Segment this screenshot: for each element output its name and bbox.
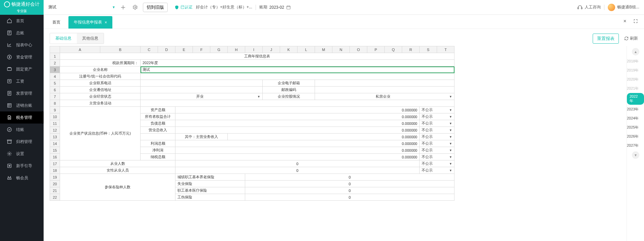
fullscreen-icon[interactable] bbox=[632, 17, 639, 25]
email-input[interactable] bbox=[315, 80, 454, 87]
gear-icon[interactable] bbox=[131, 3, 140, 12]
col-header-D[interactable]: D bbox=[158, 46, 175, 53]
col-header-R[interactable]: R bbox=[402, 46, 420, 53]
user-menu[interactable]: 畅捷通B组... bbox=[608, 4, 639, 11]
sidebar-item-member[interactable]: 畅会员 bbox=[0, 172, 44, 184]
row-header-10[interactable]: 10 bbox=[50, 113, 60, 120]
row-header-20[interactable]: 20 bbox=[50, 181, 60, 187]
sidebar-item-invoice[interactable]: 发票管理 bbox=[0, 87, 44, 99]
row-header-12[interactable]: 12 bbox=[50, 127, 60, 134]
col-header-M[interactable]: M bbox=[315, 46, 332, 53]
row-header-8[interactable]: 8 bbox=[50, 100, 60, 107]
value-cell[interactable]: 0.000000 bbox=[175, 147, 420, 154]
col-header-T[interactable]: T bbox=[437, 46, 454, 53]
col-header-K[interactable]: K bbox=[280, 46, 298, 53]
year-up-icon[interactable]: ▴ bbox=[632, 48, 639, 55]
col-header-I[interactable]: I bbox=[245, 46, 263, 53]
col-header-F[interactable]: F bbox=[193, 46, 210, 53]
reg-no-input[interactable] bbox=[141, 73, 454, 80]
spreadsheet-scroll[interactable]: ABCDEFGHIJKLMNOPQRST1工商年报信息表2税款所属期间：2022… bbox=[44, 46, 627, 241]
holding-select[interactable]: 私营企业▼ bbox=[315, 93, 454, 100]
col-header-G[interactable]: G bbox=[210, 46, 228, 53]
disclose-select[interactable]: 不公示▼ bbox=[420, 140, 454, 147]
disclose-select[interactable]: 不公示▼ bbox=[420, 120, 454, 127]
disclose-select[interactable]: 不公示▼ bbox=[420, 134, 454, 140]
row-header-6[interactable]: 6 bbox=[50, 87, 60, 93]
reset-report-button[interactable]: 重置报表 bbox=[593, 34, 619, 44]
disclose-select[interactable]: 不公示▼ bbox=[420, 113, 454, 120]
sidebar-item-salary[interactable]: 工资 bbox=[0, 75, 44, 87]
spreadsheet[interactable]: ABCDEFGHIJKLMNOPQRST1工商年报信息表2税款所属期间：2022… bbox=[50, 46, 454, 201]
value-cell[interactable]: 0.000000 bbox=[175, 107, 420, 113]
col-header-L[interactable]: L bbox=[298, 46, 315, 53]
sidebar-item-ledger[interactable]: 总账 bbox=[0, 27, 44, 39]
value-cell[interactable]: 0 bbox=[245, 181, 454, 187]
phone-input[interactable] bbox=[141, 80, 263, 87]
year-2027年[interactable]: 2027年 bbox=[627, 141, 644, 150]
sidebar-item-report[interactable]: 报表中心 bbox=[0, 39, 44, 51]
sidebar-item-inventory[interactable]: 进销台账 bbox=[0, 99, 44, 111]
sidebar-item-settings[interactable]: 设置 bbox=[0, 148, 44, 160]
row-header-16[interactable]: 16 bbox=[50, 154, 60, 160]
sidebar-item-archive[interactable]: 归档管理 bbox=[0, 136, 44, 148]
row-header-2[interactable]: 2 bbox=[50, 60, 60, 66]
value-cell[interactable]: 0.000000 bbox=[175, 154, 420, 160]
col-header-P[interactable]: P bbox=[367, 46, 385, 53]
col-header-J[interactable]: J bbox=[263, 46, 280, 53]
row-header-9[interactable]: 9 bbox=[50, 107, 60, 113]
row-header-4[interactable]: 4 bbox=[50, 73, 60, 80]
col-header-S[interactable]: S bbox=[420, 46, 437, 53]
female-value[interactable]: 0 bbox=[175, 167, 420, 174]
year-2022年[interactable]: 2022年 bbox=[627, 93, 644, 105]
col-header-A[interactable]: A bbox=[60, 46, 100, 53]
value-cell[interactable]: 0.000000 bbox=[175, 140, 420, 147]
refresh-button[interactable]: 刷新 bbox=[624, 36, 638, 41]
subtab-basic[interactable]: 基础信息 bbox=[50, 33, 77, 44]
period-value[interactable]: 2022年度 bbox=[141, 60, 454, 66]
year-2023年[interactable]: 2023年 bbox=[627, 105, 644, 114]
postcode-input[interactable] bbox=[315, 87, 454, 93]
row-header-5[interactable]: 5 bbox=[50, 80, 60, 87]
sidebar-item-funds[interactable]: 资金管理 bbox=[0, 51, 44, 63]
row-header-13[interactable]: 13 bbox=[50, 134, 60, 140]
col-header-O[interactable]: O bbox=[350, 46, 367, 53]
address-input[interactable] bbox=[141, 87, 263, 93]
disclose-select[interactable]: 不公示▼ bbox=[420, 127, 454, 134]
sidebar-item-tax[interactable]: 税务管理 bbox=[0, 111, 44, 124]
value-cell[interactable]: 0.000000 bbox=[175, 113, 420, 120]
row-header-17[interactable]: 17 bbox=[50, 160, 60, 167]
col-header-Q[interactable]: Q bbox=[385, 46, 402, 53]
row-header-1[interactable]: 1 bbox=[50, 53, 60, 60]
verified-badge[interactable]: 已认证 bbox=[174, 4, 193, 10]
col-header-H[interactable]: H bbox=[228, 46, 245, 53]
value-cell[interactable]: 0 bbox=[245, 194, 454, 201]
disclose-select[interactable]: 不公示▼ bbox=[420, 154, 454, 160]
row-header-21[interactable]: 21 bbox=[50, 187, 60, 194]
value-cell[interactable]: 0 bbox=[245, 187, 454, 194]
corner-cell[interactable] bbox=[50, 46, 60, 53]
period-picker[interactable]: 2023-02 bbox=[269, 5, 291, 10]
add-icon[interactable] bbox=[119, 3, 127, 12]
year-2024年[interactable]: 2024年 bbox=[627, 114, 644, 123]
company-name-input[interactable]: 测试 bbox=[141, 66, 454, 73]
col-header-E[interactable]: E bbox=[175, 46, 193, 53]
support-link[interactable]: 人工咨询 bbox=[577, 4, 601, 10]
close-all-tabs-button[interactable]: ✕ bbox=[621, 17, 629, 25]
disclose-select[interactable]: 不公示▼ bbox=[420, 147, 454, 154]
employees-value[interactable]: 0 bbox=[175, 160, 420, 167]
col-header-C[interactable]: C bbox=[141, 46, 158, 53]
value-cell[interactable]: 0.000000 bbox=[175, 120, 420, 127]
year-2021年[interactable]: 2021年 bbox=[627, 84, 644, 93]
sidebar-item-home[interactable]: 首页 bbox=[0, 15, 44, 27]
year-2026年[interactable]: 2026年 bbox=[627, 132, 644, 141]
row-header-19[interactable]: 19 bbox=[50, 174, 60, 181]
main-biz-input[interactable] bbox=[141, 100, 454, 107]
tab-home[interactable]: 首页 bbox=[47, 16, 66, 29]
col-header-B[interactable]: B bbox=[100, 46, 141, 53]
row-header-7[interactable]: 7 bbox=[50, 93, 60, 100]
disclose-select[interactable]: 不公示▼ bbox=[420, 167, 454, 174]
row-header-3[interactable]: 3 bbox=[50, 66, 60, 73]
company-select[interactable]: 测试 ▼ bbox=[48, 4, 115, 10]
row-header-15[interactable]: 15 bbox=[50, 147, 60, 154]
sidebar-item-asset[interactable]: 固定资产 bbox=[0, 63, 44, 75]
